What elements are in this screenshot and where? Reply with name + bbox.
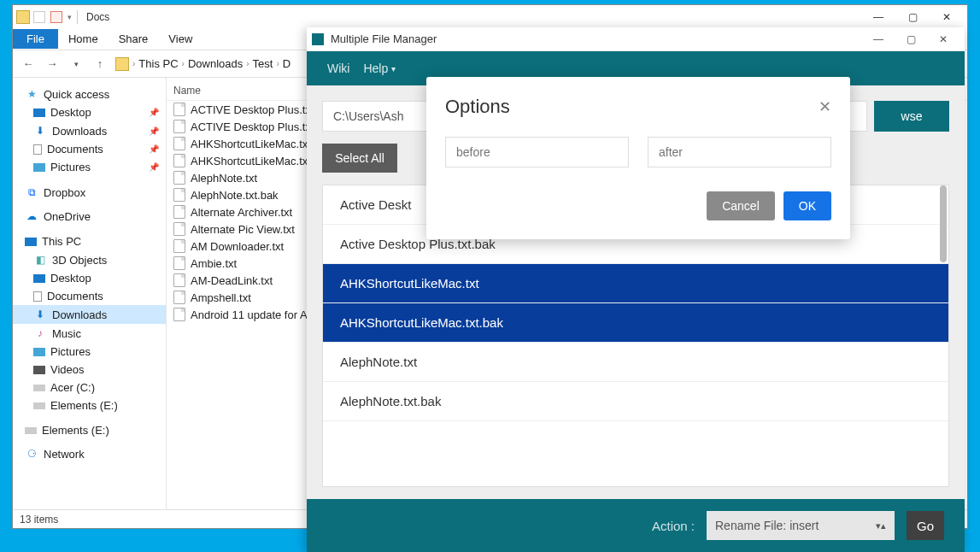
pin-icon: 📌 [149, 126, 159, 136]
text-file-icon [173, 103, 185, 116]
nav-videos[interactable]: Videos [13, 361, 166, 379]
status-text: 13 items [20, 514, 58, 526]
nav-desktop2[interactable]: Desktop [13, 269, 166, 287]
mfm-window: Multiple File Manager — ▢ ✕ Wiki Help▾ C… [307, 27, 965, 552]
desktop-icon [33, 109, 45, 117]
file-name: AlephNote.txt.bak [191, 189, 279, 202]
nav-this-pc[interactable]: This PC [13, 232, 166, 250]
file-name: AlephNote.txt [191, 172, 257, 185]
tab-share[interactable]: Share [109, 29, 159, 49]
text-file-icon [173, 120, 185, 133]
list-item[interactable]: AlephNote.txt [323, 343, 948, 382]
minimize-button[interactable]: — [861, 8, 895, 26]
text-file-icon [173, 137, 185, 150]
qat-dropdown-icon[interactable]: ▾ [67, 13, 72, 21]
pin-icon: 📌 [149, 162, 159, 172]
select-all-button[interactable]: Select All [322, 144, 397, 173]
file-name: ACTIVE Desktop Plus.txt [191, 103, 314, 116]
list-item[interactable]: AHKShortcutLikeMac.txt [323, 264, 948, 303]
menu-help[interactable]: Help▾ [363, 62, 396, 75]
download-icon: ⬇ [33, 308, 47, 321]
nav-drive-c[interactable]: Acer (C:) [13, 379, 166, 396]
app-icon [312, 33, 324, 45]
browse-button[interactable]: wse [874, 101, 949, 132]
back-button[interactable]: ← [20, 56, 37, 73]
tab-file[interactable]: File [13, 29, 58, 49]
explorer-titlebar: ▾ Docs — ▢ ✕ [13, 5, 967, 28]
nav-downloads[interactable]: ⬇Downloads📌 [13, 121, 166, 140]
close-button[interactable]: ✕ [927, 30, 959, 49]
nav-onedrive[interactable]: ☁OneDrive [13, 207, 166, 226]
scrollbar-thumb[interactable] [940, 185, 947, 262]
download-icon: ⬇ [33, 124, 47, 138]
tab-view[interactable]: View [158, 29, 202, 49]
crumb[interactable]: D [283, 57, 290, 70]
nav-drive-e[interactable]: Elements (E:) [13, 396, 166, 414]
nav-pictures2[interactable]: Pictures [13, 343, 166, 361]
video-icon [33, 366, 45, 374]
nav-downloads2[interactable]: ⬇Downloads [13, 305, 166, 324]
drive-icon [33, 402, 45, 409]
qat-item[interactable] [50, 11, 62, 23]
star-icon: ★ [25, 87, 38, 101]
menu-wiki[interactable]: Wiki [327, 62, 349, 75]
up-button[interactable]: ↑ [91, 56, 109, 73]
crumb[interactable]: Test [253, 57, 273, 70]
qat-item[interactable] [33, 11, 45, 23]
text-file-icon [173, 256, 185, 270]
minimize-button[interactable]: — [862, 30, 895, 49]
list-item[interactable]: AHKShortcutLikeMac.txt.bak [323, 303, 948, 343]
text-file-icon [173, 188, 185, 202]
file-name: AHKShortcutLikeMac.txt [191, 138, 311, 150]
dialog-close-button[interactable]: ✕ [819, 97, 831, 116]
nav-dropbox[interactable]: ⧉Dropbox [13, 183, 166, 202]
file-name: Ampshell.txt [191, 291, 251, 304]
crumb[interactable]: This PC [138, 57, 178, 70]
go-button[interactable]: Go [907, 511, 944, 540]
pin-icon: 📌 [149, 108, 159, 117]
file-name: AM Downloader.txt [191, 240, 284, 253]
navigation-pane: ★Quick access Desktop📌 ⬇Downloads📌 Docum… [13, 78, 167, 509]
crumb[interactable]: Downloads [188, 57, 243, 70]
mfm-titlebar: Multiple File Manager — ▢ ✕ [307, 27, 965, 51]
text-file-icon [173, 154, 185, 167]
nav-documents2[interactable]: Documents [13, 287, 166, 305]
close-button[interactable]: ✕ [930, 8, 964, 26]
nav-quick-access[interactable]: ★Quick access [13, 85, 166, 103]
nav-3d-objects[interactable]: ◧3D Objects [13, 250, 166, 269]
nav-elements-drive[interactable]: Elements (E:) [13, 421, 166, 439]
tab-home[interactable]: Home [58, 29, 109, 49]
file-name: AM-DeadLink.txt [191, 274, 273, 287]
folder-icon [115, 57, 129, 71]
after-input[interactable] [648, 137, 831, 167]
pictures-icon [33, 163, 45, 172]
text-file-icon [173, 205, 185, 219]
maximize-button[interactable]: ▢ [895, 8, 930, 26]
text-file-icon [173, 308, 185, 321]
before-input[interactable] [445, 137, 629, 167]
recent-dropdown[interactable]: ▾ [67, 56, 85, 73]
nav-desktop[interactable]: Desktop📌 [13, 103, 166, 121]
cube-icon: ◧ [33, 253, 47, 267]
list-item[interactable]: AlephNote.txt.bak [323, 382, 948, 421]
cloud-icon: ☁ [25, 209, 38, 223]
text-file-icon [173, 222, 185, 236]
ok-button[interactable]: OK [783, 191, 831, 220]
cancel-button[interactable]: Cancel [707, 191, 775, 220]
document-icon [33, 291, 42, 302]
quick-access-toolbar: ▾ [33, 11, 72, 23]
nav-music[interactable]: ♪Music [13, 324, 166, 343]
maximize-button[interactable]: ▢ [895, 30, 927, 49]
nav-documents[interactable]: Documents📌 [13, 140, 166, 158]
nav-pictures[interactable]: Pictures📌 [13, 158, 166, 176]
nav-network[interactable]: ⚆Network [13, 444, 166, 463]
drive-icon [33, 385, 45, 391]
file-name: Android 11 update for ASU [191, 308, 323, 321]
pin-icon: 📌 [149, 144, 159, 154]
action-select[interactable]: Rename File: insert ▾▴ [707, 511, 895, 540]
action-bar: Action : Rename File: insert ▾▴ Go [307, 499, 965, 552]
forward-button[interactable]: → [44, 56, 61, 73]
folder-icon [16, 10, 30, 24]
network-icon: ⚆ [25, 447, 38, 461]
mfm-title: Multiple File Manager [331, 32, 437, 45]
